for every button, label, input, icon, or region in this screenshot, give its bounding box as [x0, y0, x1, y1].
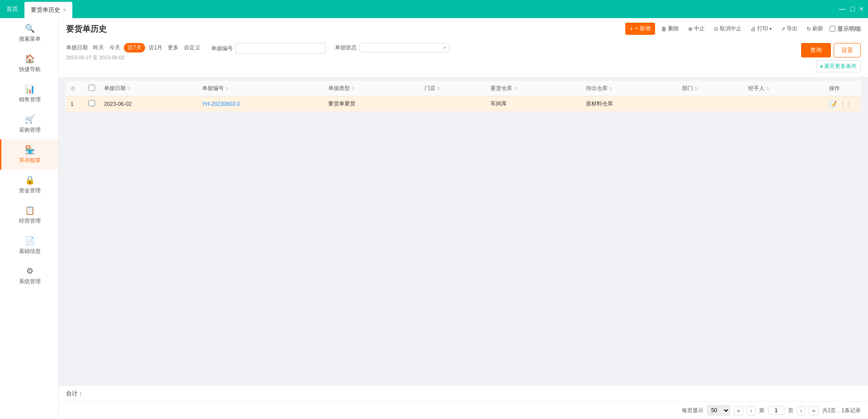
table-wrapper: ⚙ 单据日期 ⇅ — [66, 81, 861, 112]
cancel-stop-button[interactable]: ⊙ 取消中止 — [711, 23, 744, 34]
print-button[interactable]: 🖨 打印 ▾ — [748, 23, 774, 34]
display-detail-label: 显示明细 — [837, 25, 861, 33]
sort-handler[interactable]: 经手人 ⇅ — [748, 85, 820, 92]
cell-index: 1 — [66, 96, 84, 112]
col-checkbox — [84, 81, 99, 96]
col-pending-warehouse[interactable]: 待出仓库 ⇅ — [581, 81, 678, 96]
date-btn-last1month[interactable]: 近1月 — [147, 43, 165, 52]
sidebar-item-quick-nav[interactable]: 🏠 快捷导航 — [0, 48, 58, 79]
col-doc-date[interactable]: 单据日期 ⇅ — [99, 81, 198, 96]
expand-icon: ▾ — [820, 63, 823, 70]
prev-page-button[interactable]: ‹ — [747, 406, 755, 415]
sort-doc-type[interactable]: 单据类型 ⇅ — [328, 85, 415, 92]
close-icon[interactable]: × — [859, 5, 863, 13]
doc-status-dropdown-icon: ▾ — [443, 45, 446, 50]
sort-icon-department: ⇅ — [694, 86, 698, 91]
sidebar-item-finance[interactable]: 🔒 资金管理 — [0, 170, 58, 200]
sidebar-item-basic-info[interactable]: 📄 基础信息 — [0, 230, 58, 261]
edit-icon[interactable]: 📝 — [829, 100, 837, 108]
date-btn-yesterday[interactable]: 昨天 — [91, 43, 106, 52]
cell-doc-date: 2023-06-02 — [99, 96, 198, 112]
export-label: 导出 — [787, 25, 797, 33]
sort-doc-no[interactable]: 单据编号 ⇅ — [202, 85, 319, 92]
settings-gear-icon[interactable]: ⚙ — [71, 86, 75, 92]
date-btn-today[interactable]: 今天 — [108, 43, 122, 52]
cell-req-warehouse: 车间库 — [486, 96, 581, 112]
refresh-button[interactable]: ↻ 刷新 — [804, 23, 826, 34]
sort-department[interactable]: 部门 ⇅ — [682, 85, 740, 92]
doc-no-link[interactable]: YH-20230602-0 — [202, 101, 241, 107]
tab-requisition-label: 要货单历史 — [31, 6, 60, 14]
sidebar: 🔍 搜索菜单 🏠 快捷导航 📊 销售管理 🛒 采购管理 🏪 库存核算 🔒 资金管… — [0, 18, 59, 419]
sort-req-warehouse[interactable]: 要货仓库 ⇅ — [491, 85, 576, 92]
expand-conditions-button[interactable]: ▾ 展开更多条件 — [816, 60, 861, 72]
col-doc-type[interactable]: 单据类型 ⇅ — [324, 81, 420, 96]
sidebar-item-quicknav-label: 快捷导航 — [19, 66, 41, 73]
expand-label: 展开更多条件 — [824, 62, 857, 70]
sidebar-item-search-label: 搜索菜单 — [19, 35, 41, 43]
display-detail-checkbox[interactable] — [830, 26, 835, 32]
delete-icon: 🗑 — [661, 26, 667, 32]
stop-label: 中止 — [694, 25, 705, 33]
sidebar-item-operations-label: 经营管理 — [19, 217, 41, 225]
select-all-checkbox[interactable] — [89, 85, 95, 91]
maximize-icon[interactable]: □ — [850, 5, 855, 13]
more-icon[interactable]: ⋮⋮ — [840, 100, 852, 108]
doc-status-filter: 单据状态 ▾ — [335, 43, 450, 52]
sort-icon-pending-warehouse: ⇅ — [609, 86, 613, 91]
doc-no-input[interactable] — [236, 43, 326, 54]
purchase-icon: 🛒 — [25, 114, 35, 124]
last-page-button[interactable]: » — [809, 406, 818, 415]
sidebar-item-search[interactable]: 🔍 搜索菜单 — [0, 18, 58, 48]
per-page-select[interactable]: 50 100 200 — [707, 405, 730, 415]
sidebar-item-inventory[interactable]: 🏪 库存核算 — [0, 139, 58, 170]
doc-no-label: 单据编号 — [211, 45, 233, 52]
page-input[interactable] — [768, 406, 784, 415]
date-range-display: 2023-05-27 至 2023-06-02 — [66, 54, 202, 61]
cell-store — [420, 96, 486, 112]
settings-button[interactable]: 设置 — [834, 43, 861, 57]
export-button[interactable]: ↗ 导出 — [778, 23, 800, 34]
row-checkbox[interactable] — [89, 100, 95, 106]
col-doc-no[interactable]: 单据编号 ⇅ — [198, 81, 324, 96]
sort-doc-date[interactable]: 单据日期 ⇅ — [104, 85, 193, 92]
tab-home[interactable]: 首页 — [0, 0, 24, 18]
tab-close-icon[interactable]: × — [63, 7, 66, 13]
action-icons: 📝 ⋮⋮ — [829, 100, 856, 108]
query-setting-btns: 查询 设置 — [801, 43, 861, 57]
sales-icon: 📊 — [25, 84, 35, 94]
minimize-icon[interactable]: — — [839, 5, 846, 13]
data-table: ⚙ 单据日期 ⇅ — [66, 81, 861, 112]
content-area: 要货单历史 + + 新增 🗑 删除 ⊗ 中止 ⊙ — [59, 18, 868, 419]
date-btn-custom[interactable]: 自定义 — [182, 43, 202, 52]
delete-label: 删除 — [668, 25, 679, 33]
date-btn-more[interactable]: 更多 — [166, 43, 180, 52]
stop-button[interactable]: ⊗ 中止 — [685, 23, 708, 34]
next-page-button[interactable]: › — [797, 406, 805, 415]
display-detail-toggle[interactable]: 显示明细 — [830, 25, 861, 33]
per-page-label: 每页显示 — [682, 407, 703, 414]
sort-pending-warehouse[interactable]: 待出仓库 ⇅ — [586, 85, 673, 92]
col-department[interactable]: 部门 ⇅ — [678, 81, 744, 96]
col-req-warehouse[interactable]: 要货仓库 ⇅ — [486, 81, 581, 96]
tab-requisition-history[interactable]: 要货单历史 × — [24, 2, 72, 18]
doc-status-select[interactable]: ▾ — [359, 43, 450, 52]
inventory-icon: 🏪 — [25, 145, 35, 155]
table-header-row: ⚙ 单据日期 ⇅ — [66, 81, 861, 96]
col-store[interactable]: 门店 ⇅ — [420, 81, 486, 96]
total-label: 合计： — [66, 390, 84, 397]
sidebar-item-purchase[interactable]: 🛒 采购管理 — [0, 109, 58, 139]
query-button[interactable]: 查询 — [801, 43, 831, 57]
col-handler[interactable]: 经手人 ⇅ — [744, 81, 825, 96]
first-page-button[interactable]: « — [734, 406, 743, 415]
sidebar-item-operations[interactable]: 📋 经营管理 — [0, 200, 58, 230]
sidebar-item-system[interactable]: ⚙ 系统管理 — [0, 261, 58, 291]
sidebar-item-sales[interactable]: 📊 销售管理 — [0, 79, 58, 109]
toolbar: + + 新增 🗑 删除 ⊗ 中止 ⊙ 取消中止 — [625, 23, 861, 39]
date-btn-last7days[interactable]: 近7天 — [124, 43, 145, 52]
delete-button[interactable]: 🗑 删除 — [659, 23, 682, 34]
sort-icon-doc-no: ⇅ — [225, 86, 229, 91]
total-info: 共1页，1条记录 — [822, 407, 861, 414]
sort-store[interactable]: 门店 ⇅ — [425, 85, 482, 92]
add-button[interactable]: + + 新增 — [625, 23, 655, 35]
